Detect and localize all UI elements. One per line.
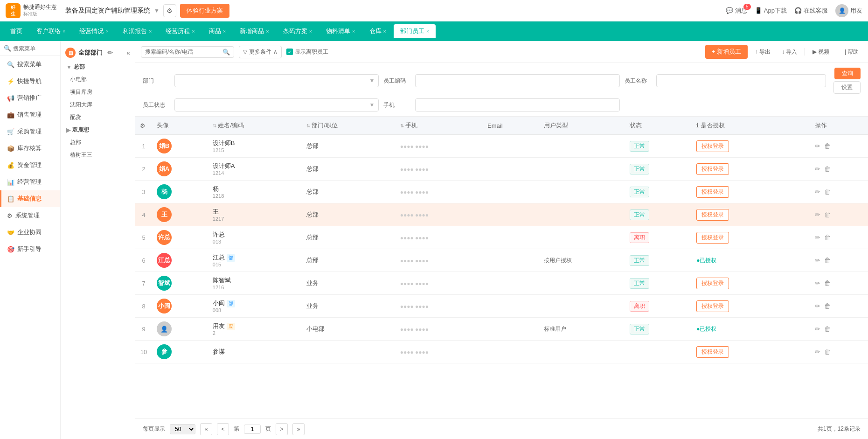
- dept-item-shenyang[interactable]: 沈阳大库: [61, 98, 135, 111]
- nav-tab-4[interactable]: 经营历程 ×: [159, 24, 201, 38]
- auth-button[interactable]: 授权登录: [696, 346, 729, 358]
- nav-tab-3[interactable]: 利润报告 ×: [116, 24, 158, 38]
- filter-dept-input[interactable]: ▼: [174, 74, 379, 87]
- tab-close-icon[interactable]: ×: [352, 28, 355, 34]
- sidebar-item-10[interactable]: 🤝 企业协同: [0, 224, 60, 241]
- show-resigned-wrap[interactable]: ✓ 显示离职员工: [286, 48, 328, 56]
- dept-group-zongbu[interactable]: ▼ 总部: [61, 61, 135, 73]
- sidebar-item-2[interactable]: 📢 营销推广: [0, 90, 60, 106]
- trial-button[interactable]: 体验行业方案: [180, 4, 229, 18]
- user-item[interactable]: 👤 用友: [835, 4, 862, 17]
- tab-close-icon[interactable]: ×: [426, 28, 429, 34]
- edit-icon[interactable]: ✏: [815, 348, 820, 355]
- auth-button[interactable]: 授权登录: [696, 140, 729, 152]
- filter-name-field[interactable]: [660, 77, 822, 84]
- dept-collapse-icon[interactable]: «: [126, 49, 130, 56]
- tab-close-icon[interactable]: ×: [223, 28, 226, 34]
- sidebar-item-0[interactable]: 🔍 搜索菜单: [0, 56, 60, 73]
- sidebar-item-8[interactable]: 📋 基础信息: [0, 190, 60, 207]
- edit-icon[interactable]: ✏: [815, 188, 820, 195]
- export-button[interactable]: ↑ 导出: [751, 46, 774, 58]
- dept-group-shuanglu[interactable]: ▶ 双鹿想: [61, 124, 135, 136]
- search-input[interactable]: [145, 49, 221, 55]
- nav-tab-8[interactable]: 物料清单 ×: [319, 24, 361, 38]
- online-service-item[interactable]: 🎧 在线客服: [794, 7, 828, 15]
- app-download-item[interactable]: 📱 App下载: [755, 7, 787, 15]
- edit-icon[interactable]: ✏: [815, 257, 820, 264]
- filter-phone-input[interactable]: [415, 98, 619, 111]
- tab-close-icon[interactable]: ×: [62, 28, 65, 34]
- sidebar-item-6[interactable]: 💰 资金管理: [0, 157, 60, 174]
- delete-icon[interactable]: 🗑: [824, 302, 831, 310]
- edit-icon[interactable]: ✏: [815, 325, 820, 333]
- filter-name-input[interactable]: [656, 74, 826, 87]
- last-page-btn[interactable]: »: [292, 423, 305, 435]
- filter-more-btn[interactable]: ▽ 更多条件 ∧: [239, 46, 282, 58]
- search-submit-icon[interactable]: 🔍: [222, 49, 230, 56]
- delete-icon[interactable]: 🗑: [824, 325, 831, 333]
- sidebar-item-7[interactable]: 📊 经营管理: [0, 174, 60, 190]
- filter-code-field[interactable]: [419, 77, 615, 84]
- nav-tab-10[interactable]: 部门员工 ×: [394, 24, 436, 38]
- dept-edit-icon[interactable]: ✏: [107, 49, 113, 56]
- tab-close-icon[interactable]: ×: [105, 28, 108, 34]
- delete-icon[interactable]: 🗑: [824, 188, 831, 195]
- th-phone[interactable]: ⇅ 手机: [396, 117, 483, 135]
- th-settings[interactable]: ⚙: [135, 117, 152, 135]
- filter-status-input[interactable]: ▼: [174, 98, 379, 111]
- auth-button[interactable]: 授权登录: [696, 186, 729, 198]
- sidebar-item-9[interactable]: ⚙ 系统管理: [0, 207, 60, 224]
- first-page-btn[interactable]: «: [200, 423, 212, 435]
- delete-icon[interactable]: 🗑: [824, 279, 831, 287]
- nav-tab-5[interactable]: 商品 ×: [202, 24, 232, 38]
- dept-item-peihuo[interactable]: 配货: [61, 111, 135, 124]
- edit-icon[interactable]: ✏: [815, 211, 820, 218]
- auth-button[interactable]: 授权登录: [696, 300, 729, 312]
- auth-button[interactable]: 授权登录: [696, 232, 729, 244]
- delete-icon[interactable]: 🗑: [824, 234, 831, 241]
- set-button[interactable]: 设置: [833, 81, 861, 94]
- tab-close-icon[interactable]: ×: [192, 28, 194, 34]
- query-button[interactable]: 查询: [834, 68, 861, 79]
- edit-icon[interactable]: ✏: [815, 142, 820, 150]
- gear-button[interactable]: ⚙: [163, 4, 176, 17]
- edit-icon[interactable]: ✏: [815, 302, 820, 310]
- page-input[interactable]: [244, 425, 261, 434]
- sidebar-item-4[interactable]: 🛒 采购管理: [0, 123, 60, 140]
- delete-icon[interactable]: 🗑: [824, 211, 831, 218]
- dept-item-xiangmu[interactable]: 项目库房: [61, 86, 135, 98]
- nav-tab-7[interactable]: 条码方案 ×: [277, 24, 319, 38]
- edit-icon[interactable]: ✏: [815, 279, 820, 287]
- filter-phone-field[interactable]: [419, 102, 615, 108]
- th-name[interactable]: ⇅ 姓名/编码: [208, 117, 302, 135]
- tab-close-icon[interactable]: ×: [149, 28, 152, 34]
- nav-tab-1[interactable]: 客户联络 ×: [30, 24, 72, 38]
- sidebar-item-11[interactable]: 🎯 新手引导: [0, 241, 60, 258]
- tab-close-icon[interactable]: ×: [383, 28, 386, 34]
- dept-item-zongbu2[interactable]: 总部: [61, 136, 135, 149]
- auth-button[interactable]: 授权登录: [696, 209, 729, 221]
- dropdown-arrow-icon[interactable]: ▼: [154, 7, 160, 14]
- sidebar-item-5[interactable]: 📦 库存核算: [0, 140, 60, 157]
- nav-tab-9[interactable]: 仓库 ×: [363, 24, 393, 38]
- edit-icon[interactable]: ✏: [815, 165, 820, 173]
- filter-code-input[interactable]: [415, 74, 619, 87]
- help-button[interactable]: | 帮助: [841, 46, 862, 58]
- page-size-select[interactable]: 50 20 100: [170, 424, 195, 434]
- view-button[interactable]: ▶ 视频: [809, 46, 833, 58]
- edit-icon[interactable]: ✏: [815, 234, 820, 241]
- prev-page-btn[interactable]: <: [217, 423, 229, 435]
- delete-icon[interactable]: 🗑: [824, 142, 831, 150]
- sidebar-search-input[interactable]: [13, 45, 56, 52]
- message-item[interactable]: 💬 消息 5: [726, 7, 747, 15]
- sidebar-item-1[interactable]: ⚡ 快捷导航: [0, 73, 60, 90]
- sidebar-item-3[interactable]: 💼 销售管理: [0, 106, 60, 123]
- nav-tab-0[interactable]: 首页: [4, 24, 29, 38]
- add-employee-button[interactable]: + 新增员工: [705, 45, 748, 59]
- tab-close-icon[interactable]: ×: [266, 28, 269, 34]
- delete-icon[interactable]: 🗑: [824, 257, 831, 264]
- auth-button[interactable]: 授权登录: [696, 163, 729, 175]
- nav-tab-6[interactable]: 新增商品 ×: [233, 24, 275, 38]
- tab-close-icon[interactable]: ×: [309, 28, 312, 34]
- auth-button[interactable]: 授权登录: [696, 278, 729, 289]
